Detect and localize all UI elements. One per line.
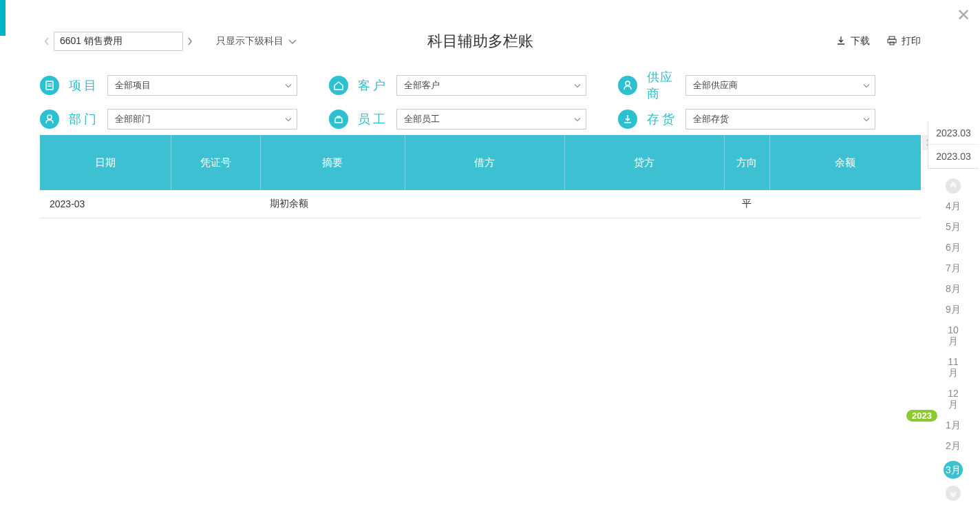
- prev-account-button[interactable]: [40, 32, 54, 51]
- col-summary: 摘要: [260, 135, 405, 190]
- download-button[interactable]: 下载: [835, 35, 870, 48]
- month-10[interactable]: 10月: [944, 324, 963, 348]
- svg-rect-3: [46, 81, 53, 90]
- filter-employee-label: 员工: [358, 111, 396, 127]
- download-icon: [835, 35, 846, 48]
- filter-employee-value: 全部员工: [404, 113, 440, 125]
- filter-dept-value: 全部部门: [115, 113, 151, 125]
- filter-customer-select[interactable]: 全部客户: [396, 75, 586, 96]
- month-8[interactable]: 8月: [944, 283, 963, 296]
- main-content: 6601 销售费用 只显示下级科目 科目辅助多栏账 下载: [40, 28, 921, 218]
- next-account-button[interactable]: [183, 32, 197, 51]
- chevron-down-icon: [573, 114, 582, 125]
- cell-summary: 期初余额: [260, 190, 405, 218]
- filter-dept: 部门 全部部门: [40, 109, 329, 130]
- date-range-selector: 2023.03 2023.03: [928, 121, 979, 169]
- filter-project: 项目 全部项目: [40, 69, 329, 102]
- chevron-down-icon: [862, 81, 871, 91]
- date-range-from[interactable]: 2023.03: [928, 121, 979, 145]
- app-left-accent: [0, 0, 6, 90]
- month-3[interactable]: 3月: [944, 461, 963, 479]
- display-mode-dropdown[interactable]: 只显示下级科目: [216, 35, 297, 48]
- filter-employee: 员工 全部员工: [329, 109, 618, 130]
- chevron-down-icon: [284, 114, 292, 125]
- filter-customer: 客户 全部客户: [329, 69, 618, 102]
- month-list: 4月 5月 6月 7月 8月 9月 10月 11月 12月 1月 2月 3月: [944, 200, 963, 479]
- col-direction: 方向: [724, 135, 769, 190]
- col-balance: 余额: [769, 135, 921, 190]
- table-header-row: 日期 凭证号 摘要 借方 贷方 方向 余额: [40, 135, 921, 190]
- page-title: 科目辅助多栏账: [427, 31, 533, 52]
- month-12[interactable]: 12月: [944, 388, 963, 411]
- chevron-down-icon: [284, 81, 292, 91]
- col-date: 日期: [40, 135, 171, 190]
- download-label: 下载: [851, 35, 870, 48]
- svg-rect-0: [889, 37, 895, 39]
- cell-credit: [564, 190, 724, 218]
- filter-vendor-label: 供应商: [647, 69, 685, 102]
- month-5[interactable]: 5月: [944, 221, 963, 234]
- account-display: 6601 销售费用: [60, 35, 122, 48]
- month-6[interactable]: 6月: [944, 242, 963, 254]
- ledger-table: 日期 凭证号 摘要 借方 贷方 方向 余额 2023-03 期初余额 平: [40, 135, 921, 218]
- scroll-down-button[interactable]: [946, 486, 961, 501]
- filter-stock-label: 存货: [647, 111, 685, 127]
- stock-icon: [618, 110, 637, 129]
- filter-stock-value: 全部存货: [693, 113, 729, 125]
- col-credit: 贷方: [564, 135, 724, 190]
- filter-dept-label: 部门: [69, 111, 107, 127]
- close-icon[interactable]: ✕: [957, 6, 970, 25]
- date-panel: 2023.03 2023.03 4月 5月 6月 7月 8月 9月 10月 11…: [926, 121, 980, 501]
- filter-employee-select[interactable]: 全部员工: [396, 109, 586, 130]
- scroll-up-button[interactable]: [946, 178, 961, 194]
- col-debit: 借方: [405, 135, 564, 190]
- employee-icon: [329, 110, 348, 129]
- filter-vendor-select[interactable]: 全部供应商: [685, 75, 875, 96]
- filter-vendor: 供应商 全部供应商: [618, 69, 907, 102]
- year-badge: 2023: [906, 410, 937, 422]
- filter-stock: 存货 全部存货: [618, 109, 907, 130]
- filter-dept-select[interactable]: 全部部门: [107, 109, 297, 130]
- svg-point-4: [626, 81, 630, 85]
- filter-customer-value: 全部客户: [404, 79, 440, 92]
- filter-project-select[interactable]: 全部项目: [107, 75, 297, 96]
- account-selector[interactable]: 6601 销售费用: [54, 32, 183, 51]
- filter-customer-label: 客户: [358, 77, 396, 94]
- cell-direction: 平: [724, 190, 769, 218]
- chevron-down-icon: [862, 114, 871, 125]
- account-pager: 6601 销售费用: [40, 30, 197, 52]
- filter-project-value: 全部项目: [115, 79, 151, 92]
- project-icon: [40, 76, 59, 95]
- filter-project-label: 项目: [69, 77, 107, 94]
- month-1[interactable]: 1月: [944, 419, 963, 432]
- month-2[interactable]: 2月: [944, 440, 963, 453]
- vendor-icon: [618, 76, 637, 95]
- print-button[interactable]: 打印: [886, 35, 921, 48]
- date-range-to[interactable]: 2023.03: [928, 145, 979, 168]
- filter-grid: 项目 全部项目 客户 全部客户 供应商 全部供应商: [40, 69, 921, 130]
- chevron-down-icon: [288, 36, 297, 47]
- data-table-wrap: 日期 凭证号 摘要 借方 贷方 方向 余额 2023-03 期初余额 平: [40, 135, 921, 218]
- filter-stock-select[interactable]: 全部存货: [685, 109, 875, 130]
- table-row[interactable]: 2023-03 期初余额 平: [40, 190, 921, 218]
- toolbar-actions: 下载 打印: [835, 35, 921, 48]
- chevron-down-icon: [573, 81, 582, 91]
- cell-debit: [405, 190, 564, 218]
- top-toolbar: 6601 销售费用 只显示下级科目 科目辅助多栏账 下载: [40, 28, 921, 55]
- svg-point-5: [47, 115, 52, 119]
- cell-date: 2023-03: [40, 190, 171, 218]
- display-mode-label: 只显示下级科目: [216, 35, 284, 48]
- dept-icon: [40, 110, 59, 129]
- month-7[interactable]: 7月: [944, 262, 963, 275]
- print-label: 打印: [902, 35, 921, 48]
- col-voucher: 凭证号: [171, 135, 260, 190]
- print-icon: [886, 35, 897, 48]
- cell-voucher: [171, 190, 260, 218]
- customer-icon: [329, 76, 348, 95]
- month-11[interactable]: 11月: [944, 356, 963, 380]
- filter-vendor-value: 全部供应商: [693, 79, 738, 92]
- month-4[interactable]: 4月: [944, 200, 963, 213]
- cell-balance: [769, 190, 921, 218]
- month-9[interactable]: 9月: [944, 304, 963, 316]
